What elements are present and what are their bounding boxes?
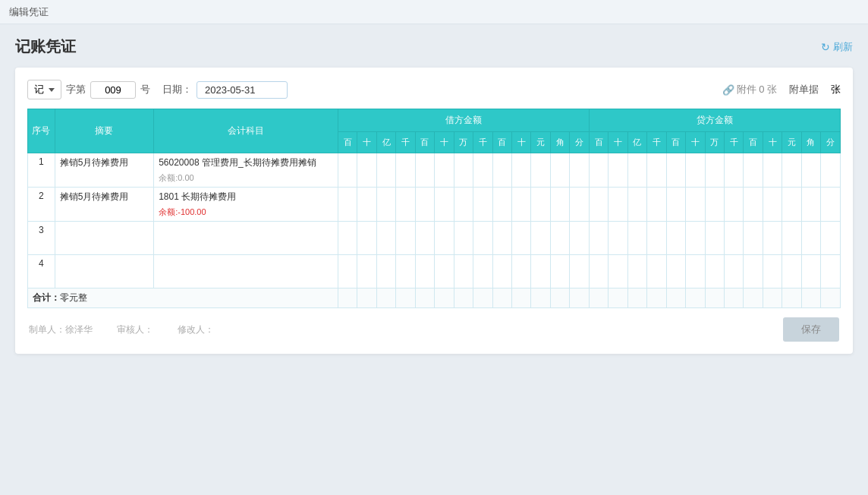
- row-2-debit-12[interactable]: [570, 222, 589, 255]
- row-0-debit-8[interactable]: [492, 153, 511, 188]
- row-1-debit-9[interactable]: [511, 188, 530, 222]
- row-3-credit-7[interactable]: [724, 255, 743, 288]
- row-0-debit-7[interactable]: [473, 153, 492, 188]
- row-1-credit-12[interactable]: [821, 188, 841, 222]
- row-0-debit-3[interactable]: [396, 153, 415, 188]
- row-3-debit-6[interactable]: [454, 255, 473, 288]
- row-0-credit-4[interactable]: [666, 153, 685, 188]
- row-1-credit-5[interactable]: [686, 188, 705, 222]
- row-account-1[interactable]: 1801 长期待摊费用余额:-100.00: [154, 188, 338, 222]
- row-1-debit-10[interactable]: [531, 188, 550, 222]
- row-account-3[interactable]: [154, 255, 338, 288]
- row-1-credit-7[interactable]: [724, 188, 743, 222]
- row-2-debit-1[interactable]: [357, 222, 376, 255]
- row-0-debit-12[interactable]: [570, 153, 589, 188]
- attach-link[interactable]: 🔗 附件 0 张: [722, 83, 777, 96]
- date-input[interactable]: [197, 81, 288, 99]
- row-3-credit-4[interactable]: [666, 255, 685, 288]
- row-2-credit-4[interactable]: [666, 222, 685, 255]
- row-2-debit-3[interactable]: [396, 222, 415, 255]
- row-3-debit-7[interactable]: [473, 255, 492, 288]
- row-0-credit-8[interactable]: [744, 153, 763, 188]
- row-2-credit-0[interactable]: [589, 222, 608, 255]
- row-2-credit-6[interactable]: [705, 222, 724, 255]
- row-0-credit-6[interactable]: [705, 153, 724, 188]
- row-1-debit-11[interactable]: [550, 188, 569, 222]
- row-1-debit-6[interactable]: [454, 188, 473, 222]
- voucher-number-input[interactable]: [90, 81, 136, 99]
- refresh-button[interactable]: ↻ 刷新: [821, 40, 853, 54]
- row-1-credit-4[interactable]: [666, 188, 685, 222]
- row-2-debit-5[interactable]: [435, 222, 454, 255]
- row-3-debit-4[interactable]: [415, 255, 434, 288]
- row-2-debit-7[interactable]: [473, 222, 492, 255]
- row-summary-2[interactable]: [55, 222, 153, 255]
- row-1-credit-11[interactable]: [801, 188, 820, 222]
- row-0-credit-10[interactable]: [782, 153, 801, 188]
- row-0-debit-9[interactable]: [511, 153, 530, 188]
- row-0-credit-1[interactable]: [609, 153, 627, 188]
- row-0-credit-0[interactable]: [589, 153, 608, 188]
- row-3-credit-6[interactable]: [705, 255, 724, 288]
- row-1-debit-0[interactable]: [338, 188, 357, 222]
- row-2-debit-11[interactable]: [550, 222, 569, 255]
- row-3-credit-9[interactable]: [763, 255, 782, 288]
- row-1-debit-7[interactable]: [473, 188, 492, 222]
- row-3-debit-3[interactable]: [396, 255, 415, 288]
- row-2-debit-0[interactable]: [338, 222, 357, 255]
- row-3-debit-5[interactable]: [435, 255, 454, 288]
- row-summary-3[interactable]: [55, 255, 153, 288]
- row-1-debit-3[interactable]: [396, 188, 415, 222]
- row-0-credit-11[interactable]: [801, 153, 820, 188]
- row-3-credit-1[interactable]: [609, 255, 627, 288]
- row-summary-0[interactable]: 摊销5月待摊费用: [55, 153, 153, 188]
- row-1-credit-9[interactable]: [763, 188, 782, 222]
- row-0-debit-4[interactable]: [415, 153, 434, 188]
- row-3-credit-5[interactable]: [686, 255, 705, 288]
- row-2-credit-7[interactable]: [724, 222, 743, 255]
- row-2-credit-3[interactable]: [647, 222, 666, 255]
- row-2-credit-12[interactable]: [821, 222, 841, 255]
- row-0-credit-5[interactable]: [686, 153, 705, 188]
- row-summary-1[interactable]: 摊销5月待摊费用: [55, 188, 153, 222]
- row-2-debit-10[interactable]: [531, 222, 550, 255]
- row-2-debit-4[interactable]: [415, 222, 434, 255]
- row-0-credit-12[interactable]: [821, 153, 841, 188]
- row-3-debit-1[interactable]: [357, 255, 376, 288]
- row-2-credit-2[interactable]: [627, 222, 646, 255]
- row-1-credit-8[interactable]: [744, 188, 763, 222]
- row-1-debit-12[interactable]: [570, 188, 589, 222]
- row-0-credit-9[interactable]: [763, 153, 782, 188]
- row-1-credit-0[interactable]: [589, 188, 608, 222]
- row-3-credit-2[interactable]: [627, 255, 646, 288]
- row-2-credit-1[interactable]: [609, 222, 627, 255]
- row-account-0[interactable]: 56020008 管理费用_长期待摊费用摊销余额:0.00: [154, 153, 338, 188]
- row-0-debit-5[interactable]: [435, 153, 454, 188]
- row-3-debit-11[interactable]: [550, 255, 569, 288]
- voucher-type-dropdown[interactable]: 记: [27, 80, 61, 99]
- row-3-credit-12[interactable]: [821, 255, 841, 288]
- row-3-credit-11[interactable]: [801, 255, 820, 288]
- row-3-credit-0[interactable]: [589, 255, 608, 288]
- row-2-debit-9[interactable]: [511, 222, 530, 255]
- row-0-credit-7[interactable]: [724, 153, 743, 188]
- row-3-credit-10[interactable]: [782, 255, 801, 288]
- row-0-debit-0[interactable]: [338, 153, 357, 188]
- row-account-2[interactable]: [154, 222, 338, 255]
- row-1-credit-3[interactable]: [647, 188, 666, 222]
- row-1-credit-1[interactable]: [609, 188, 627, 222]
- attach-single-button[interactable]: 附单据: [789, 83, 819, 96]
- row-1-debit-1[interactable]: [357, 188, 376, 222]
- row-1-debit-8[interactable]: [492, 188, 511, 222]
- row-0-credit-2[interactable]: [627, 153, 646, 188]
- row-3-debit-12[interactable]: [570, 255, 589, 288]
- row-3-debit-2[interactable]: [376, 255, 395, 288]
- row-1-debit-4[interactable]: [415, 188, 434, 222]
- row-1-credit-2[interactable]: [627, 188, 646, 222]
- row-2-credit-10[interactable]: [782, 222, 801, 255]
- row-3-debit-8[interactable]: [492, 255, 511, 288]
- row-0-debit-11[interactable]: [550, 153, 569, 188]
- row-0-credit-3[interactable]: [647, 153, 666, 188]
- row-3-credit-3[interactable]: [647, 255, 666, 288]
- row-2-debit-2[interactable]: [376, 222, 395, 255]
